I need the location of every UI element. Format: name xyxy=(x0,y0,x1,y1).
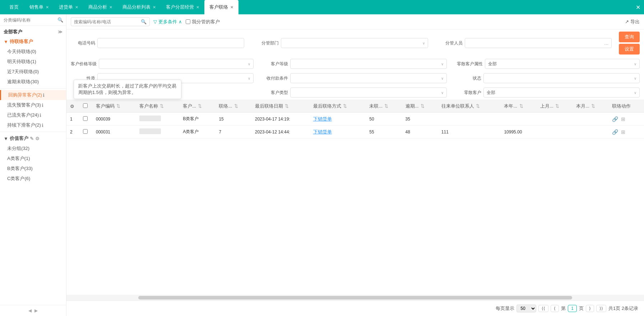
my-customers-checkbox[interactable] xyxy=(186,19,190,24)
nav-home[interactable]: 首页 xyxy=(4,0,24,14)
col-customer-code[interactable]: 客户编码 ⇅ xyxy=(92,100,136,113)
manager-dots[interactable]: ... xyxy=(604,40,608,46)
declining-info-icon[interactable]: ℹ xyxy=(42,123,43,128)
next-page-button[interactable]: ⟩ xyxy=(586,305,594,312)
my-customers-checkbox-area[interactable]: 我分管的客户 xyxy=(186,19,220,25)
col-this-month[interactable]: 本月... ⇅ xyxy=(573,100,608,113)
col-customer-level[interactable]: 客户... ⇅ xyxy=(179,100,215,113)
close-tab-customer-contact[interactable]: ✕ xyxy=(230,5,233,10)
nav-tab-analysis[interactable]: 商品分析 ✕ xyxy=(83,0,117,14)
per-page-select[interactable]: 50 100 200 xyxy=(516,305,536,312)
row1-last-method[interactable]: 下销货单 xyxy=(310,113,366,126)
sort-this-month-icon[interactable]: ⇅ xyxy=(591,103,595,109)
value-group-settings-icon[interactable]: ⚙ xyxy=(35,136,40,141)
repurchase-info-icon[interactable]: ℹ xyxy=(43,93,45,98)
window-close-button[interactable]: ✕ xyxy=(636,4,640,11)
sort-last-contact-date-icon[interactable]: ⇅ xyxy=(285,103,289,109)
sidebar-item-repurchase-abnormal[interactable]: 回购异常客户(2) ℹ xyxy=(0,90,66,100)
col-this-year[interactable]: 本年... ⇅ xyxy=(500,100,536,113)
dept-select[interactable]: ∨ xyxy=(281,38,428,48)
col-overdue[interactable]: 逾期... ⇅ xyxy=(402,100,438,113)
col-last-contact-date[interactable]: 最后联络日期 ⇅ xyxy=(251,100,310,113)
sidebar-item-lost-customers[interactable]: 已流失客户(24) ℹ xyxy=(0,110,66,120)
sidebar-item-tomorrow[interactable]: 明天待联络(1) xyxy=(0,57,66,67)
search-icon[interactable]: 🔍 xyxy=(141,19,147,24)
scatter-customer-select[interactable]: 全部 ∨ xyxy=(483,88,640,98)
close-tab-customer-mgmt[interactable]: ✕ xyxy=(196,5,199,10)
table-settings-icon[interactable]: ⚙ xyxy=(70,104,74,109)
row2-grid-icon[interactable]: ⊞ xyxy=(621,129,625,135)
sort-customer-code-icon[interactable]: ⇅ xyxy=(116,103,120,109)
horizontal-scrollbar[interactable] xyxy=(138,296,572,300)
row2-checkbox-input[interactable] xyxy=(83,129,88,134)
sort-this-year-icon[interactable]: ⇅ xyxy=(519,103,523,109)
sort-last-contact-method-icon[interactable]: ⇅ xyxy=(343,103,347,109)
nav-tab-customer-mgmt[interactable]: 客户分层经营 ✕ xyxy=(161,0,204,14)
sidebar-prev-page[interactable]: ◀ xyxy=(28,308,32,313)
col-contact-person[interactable]: 往来单位联系人 ⇅ xyxy=(438,100,501,113)
nav-tab-analysis-list[interactable]: 商品分析列表 ✕ xyxy=(117,0,161,14)
sidebar-item-ungrouped[interactable]: 未分组(32) xyxy=(0,143,66,154)
sidebar-item-week[interactable]: 近7天待联络(0) xyxy=(0,67,66,77)
scatter-attr-select[interactable]: 全部 ∨ xyxy=(485,59,640,69)
sort-customer-level-icon[interactable]: ⇅ xyxy=(198,103,202,109)
prev-page-button[interactable]: ⟨ xyxy=(551,305,559,312)
row2-method-link[interactable]: 下销货单 xyxy=(313,129,332,135)
current-page-display[interactable]: 1 xyxy=(568,305,577,312)
sidebar-item-declining[interactable]: 持续下滑客户(2) ℹ xyxy=(0,120,66,130)
col-customer-name[interactable]: 客户名称 ⇅ xyxy=(136,100,179,113)
customer-level-select[interactable]: ∨ xyxy=(290,59,446,69)
price-level-select[interactable]: ∨ xyxy=(99,59,254,69)
select-all-checkbox[interactable] xyxy=(83,103,88,108)
sidebar-item-class-c[interactable]: C类客户(6) xyxy=(0,174,66,184)
sidebar-item-class-a[interactable]: A类客户(1) xyxy=(0,154,66,164)
close-tab-purchase[interactable]: ✕ xyxy=(75,5,78,10)
col-last-contact-method[interactable]: 最后联络方式 ⇅ xyxy=(310,100,366,113)
row2-link-icon[interactable]: 🔗 xyxy=(612,129,618,135)
row2-checkbox[interactable] xyxy=(79,126,92,138)
sort-unread-icon[interactable]: ⇅ xyxy=(384,103,388,109)
more-conditions-button[interactable]: ▽ 更多条件 ∧ xyxy=(153,19,182,25)
close-tab-analysis-list[interactable]: ✕ xyxy=(153,5,156,10)
nav-tab-sales[interactable]: 销售单 ✕ xyxy=(24,0,54,14)
customer-type-select[interactable]: ∨ xyxy=(290,88,446,98)
sidebar-item-churn-warning[interactable]: 流失预警客户(3) ℹ xyxy=(0,100,66,110)
sidebar-collapse-button[interactable]: ≫ xyxy=(58,29,62,34)
row1-method-link[interactable]: 下销货单 xyxy=(313,116,332,122)
lost-customers-info-icon[interactable]: ℹ xyxy=(40,113,41,118)
query-button[interactable]: 查询 xyxy=(619,32,640,42)
sidebar-next-page[interactable]: ▶ xyxy=(34,308,38,313)
row1-grid-icon[interactable]: ⊞ xyxy=(621,116,625,122)
sidebar-item-class-b[interactable]: B类客户(33) xyxy=(0,164,66,174)
sidebar-search-icon[interactable]: 🔍 xyxy=(57,17,63,23)
nav-tab-purchase[interactable]: 进货单 ✕ xyxy=(54,0,83,14)
search-input[interactable] xyxy=(74,19,139,24)
row2-last-method[interactable]: 下销货单 xyxy=(310,126,366,138)
sort-contact-count-icon[interactable]: ⇅ xyxy=(234,103,238,109)
col-settings[interactable]: ⚙ xyxy=(66,100,79,113)
col-last-month[interactable]: 上月... ⇅ xyxy=(537,100,573,113)
sidebar-search-input[interactable] xyxy=(4,18,57,23)
payment-select[interactable]: ∨ xyxy=(290,73,446,83)
last-page-button[interactable]: ⟩⟩ xyxy=(596,305,606,312)
sidebar-group-pending[interactable]: ▼ 待联络客户 xyxy=(0,37,66,47)
sidebar-item-today[interactable]: 今天待联络(0) xyxy=(0,47,66,57)
row1-link-icon[interactable]: 🔗 xyxy=(612,116,618,122)
sort-contact-person-icon[interactable]: ⇅ xyxy=(476,103,480,109)
churn-warning-info-icon[interactable]: ℹ xyxy=(42,103,43,108)
sort-overdue-icon[interactable]: ⇅ xyxy=(421,103,425,109)
sidebar-item-overdue[interactable]: 逾期未联络(30) xyxy=(0,77,66,87)
phone-input[interactable] xyxy=(97,38,244,48)
col-checkbox-header[interactable] xyxy=(79,100,92,113)
close-tab-sales[interactable]: ✕ xyxy=(46,5,49,10)
settings-button[interactable]: 设置 xyxy=(619,44,640,55)
sort-last-month-icon[interactable]: ⇅ xyxy=(555,103,559,109)
first-page-button[interactable]: ⟨⟨ xyxy=(538,305,548,312)
status-select[interactable]: ∨ xyxy=(483,73,640,83)
close-tab-analysis[interactable]: ✕ xyxy=(109,5,112,10)
row1-checkbox-input[interactable] xyxy=(83,116,88,121)
value-group-edit-icon[interactable]: ✎ xyxy=(30,136,34,141)
nav-tab-customer-contact[interactable]: 客户联络 ✕ xyxy=(204,0,238,14)
export-button[interactable]: ↗ 导出 xyxy=(625,19,640,25)
sidebar-value-group[interactable]: ▼ 价值客户 ✎ ⚙ xyxy=(0,133,66,143)
